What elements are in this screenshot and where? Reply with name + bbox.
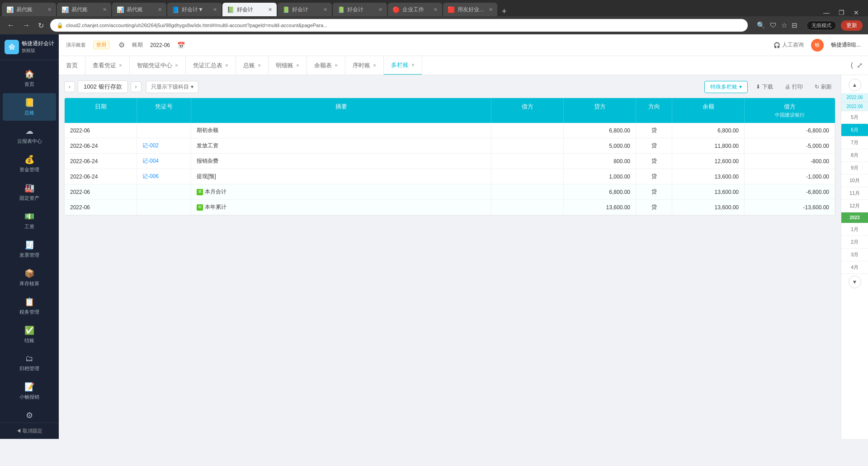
cell-voucher-4[interactable]: 记-006 (137, 169, 191, 184)
tab-close-6[interactable]: ✕ (323, 7, 327, 13)
ai-consult-button[interactable]: 🎧 人工咨询 (774, 41, 804, 49)
browser-tab-3[interactable]: 📊 易代账 ✕ (112, 3, 166, 16)
tab-smart-voucher-close[interactable]: × (175, 62, 178, 69)
voucher-link-2[interactable]: 记-002 (142, 142, 159, 150)
timeline-up-button[interactable]: ▲ (849, 79, 861, 91)
sidebar-toggle-icon[interactable]: ⊟ (792, 21, 797, 29)
tab-balance[interactable]: 余额表 × (307, 56, 345, 75)
account-code-selector[interactable]: 1002 银行存款 (78, 80, 128, 93)
subcategory-filter-button[interactable]: 只显示下级科目 ▾ (146, 81, 198, 93)
tab-voucher-summary[interactable]: 凭证汇总表 × (186, 56, 236, 75)
sidebar-item-close[interactable]: ✅ 结账 (3, 321, 56, 348)
timeline-month-december[interactable]: 12月 (841, 200, 868, 212)
voucher-link-3[interactable]: 记-004 (142, 157, 159, 165)
timeline-month-november[interactable]: 11月 (841, 187, 868, 200)
new-tab-button[interactable]: + (498, 7, 510, 16)
tab-voucher-summary-close[interactable]: × (225, 62, 228, 69)
cell-voucher-2[interactable]: 记-002 (137, 138, 191, 153)
tab-balance-close[interactable]: × (335, 62, 338, 69)
sidebar-item-settings[interactable]: ⚙ 基础设置 (3, 406, 56, 423)
th-voucher: 凭证号 (137, 98, 191, 123)
tab-home[interactable]: 首页 (59, 56, 85, 75)
tab-balance-label: 余额表 (314, 61, 332, 70)
expand-button[interactable]: ⤢ (857, 61, 863, 70)
tab-close-5[interactable]: ✕ (268, 7, 272, 13)
browser-tab-6[interactable]: 📗 好会计 ✕ (278, 3, 332, 16)
timeline-month-august[interactable]: 8月 (841, 149, 868, 162)
close-window-button[interactable]: ✕ (852, 9, 861, 16)
tab-close-8[interactable]: ✕ (434, 7, 438, 13)
sidebar-item-expense[interactable]: 📝 小畅报销 (3, 377, 56, 405)
timeline-month-september[interactable]: 9月 (841, 162, 868, 174)
sidebar-item-home[interactable]: 🏠 首页 (3, 65, 56, 92)
url-input[interactable]: 🔒 cloud2.chanjet.com/accounting/uh26t264… (50, 19, 748, 32)
timeline-month-may[interactable]: 5月 (841, 111, 868, 124)
browser-tab-4[interactable]: 📘 好会计▼ ✕ (167, 3, 222, 16)
unpin-button[interactable]: ◀ 取消固定 (4, 428, 55, 434)
refresh-button[interactable]: ↻ (36, 19, 46, 32)
timeline-month-apr[interactable]: 4月 (841, 261, 868, 274)
user-avatar[interactable]: 畅 (811, 39, 824, 52)
voucher-link-4[interactable]: 记-006 (142, 173, 159, 180)
minimize-button[interactable]: — (821, 9, 831, 16)
sidebar-item-ledger[interactable]: 📒 总账 (3, 93, 56, 121)
back-button[interactable]: ← (5, 19, 16, 31)
timeline-month-mar[interactable]: 3月 (841, 249, 868, 261)
star-icon[interactable]: ☆ (781, 21, 787, 29)
prev-account-button[interactable]: ‹ (64, 81, 75, 92)
search-icon[interactable]: 🔍 (757, 21, 765, 29)
calendar-icon[interactable]: 📅 (177, 42, 185, 49)
cell-direction-4: 贷 (636, 169, 672, 184)
next-account-button[interactable]: › (131, 81, 142, 92)
browser-tab-9[interactable]: 🟥 用友好业... ✕ (443, 3, 497, 16)
tab-general-ledger[interactable]: 总账 × (236, 56, 269, 75)
tab-close-9[interactable]: ✕ (489, 7, 493, 13)
timeline-month-october[interactable]: 10月 (841, 174, 868, 187)
cell-voucher-3[interactable]: 记-004 (137, 154, 191, 169)
sidebar-item-archive[interactable]: 🗂 归档管理 (3, 349, 56, 377)
browser-tab-8[interactable]: 🔴 企业工作 ✕ (388, 3, 442, 16)
sidebar-item-inventory[interactable]: 📦 库存核算 (3, 264, 56, 292)
tab-close-1[interactable]: ✕ (47, 7, 52, 13)
tab-detail-ledger[interactable]: 明细账 × (269, 56, 307, 75)
header-settings-icon[interactable]: ⚙ (118, 41, 125, 49)
maximize-button[interactable]: ❐ (837, 9, 846, 16)
timeline-down-button[interactable]: ▼ (849, 276, 861, 288)
forward-button[interactable]: → (21, 19, 32, 31)
tab-journal[interactable]: 序时账 × (345, 56, 384, 75)
sidebar-item-tax[interactable]: 📋 税务管理 (3, 292, 56, 320)
timeline-month-july[interactable]: 7月 (841, 137, 868, 149)
browser-tab-2[interactable]: 📊 易代账 ✕ (57, 3, 111, 16)
shield-icon[interactable]: 🛡 (770, 21, 777, 29)
collapse-button[interactable]: ⟨ (850, 61, 853, 70)
refresh-button[interactable]: ↻ 刷新 (811, 81, 835, 93)
browser-tab-5[interactable]: 📗 好会计 ✕ (222, 3, 277, 16)
sidebar-item-payroll[interactable]: 💵 工资 (3, 207, 56, 235)
timeline-month-june[interactable]: 6月 (841, 124, 868, 137)
sidebar-item-funds[interactable]: 💰 资金管理 (3, 150, 56, 178)
tab-multi-account-close[interactable]: × (411, 62, 415, 68)
tab-general-ledger-close[interactable]: × (258, 62, 261, 69)
browser-tab-7[interactable]: 📗 好会计 ✕ (333, 3, 387, 16)
print-button[interactable]: 🖨 打印 (781, 81, 807, 93)
tab-close-7[interactable]: ✕ (378, 7, 382, 13)
tab-detail-ledger-close[interactable]: × (296, 62, 299, 69)
sidebar-item-invoices[interactable]: 🧾 发票管理 (3, 235, 56, 263)
tab-view-voucher[interactable]: 查看凭证 × (85, 56, 130, 75)
tab-close-2[interactable]: ✕ (103, 7, 107, 13)
tab-close-3[interactable]: ✕ (158, 7, 162, 13)
tab-smart-voucher[interactable]: 智能凭证中心 × (130, 56, 186, 75)
no-trace-button[interactable]: 无痕模式 (807, 21, 836, 30)
timeline-month-jan[interactable]: 1月 (841, 223, 868, 236)
special-multi-account-button[interactable]: 特殊多栏账 ▾ (704, 81, 748, 93)
update-button[interactable]: 更新 (841, 20, 863, 31)
browser-tab-1[interactable]: 📊 易代账 ✕ (2, 3, 56, 16)
timeline-month-feb[interactable]: 2月 (841, 236, 868, 249)
tab-view-voucher-close[interactable]: × (119, 62, 122, 69)
tab-close-4[interactable]: ✕ (213, 7, 217, 13)
sidebar-item-cloud-reports[interactable]: ☁ 云报表中心 (3, 122, 56, 149)
tab-journal-close[interactable]: × (373, 62, 376, 69)
sidebar-item-fixed-assets[interactable]: 🏭 固定资产 (3, 179, 56, 206)
tab-multi-account[interactable]: 多栏账 × (384, 56, 422, 75)
download-button[interactable]: ⬇ 下载 (752, 81, 777, 93)
